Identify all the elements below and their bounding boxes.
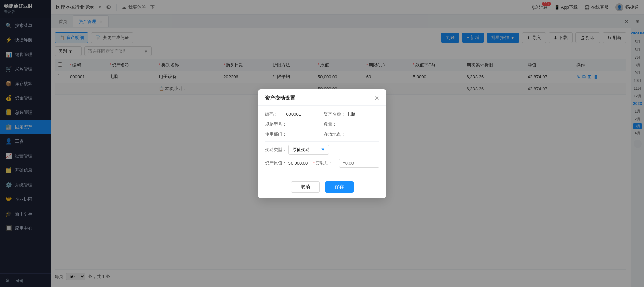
dialog-close-btn[interactable]: ✕	[374, 95, 379, 102]
change-type-select[interactable]: 原值变动 ▼	[288, 145, 329, 155]
dialog-footer: 取消 保存	[258, 177, 386, 198]
required-star: *	[313, 161, 315, 166]
after-change-label: 变动后：	[315, 160, 339, 166]
quantity-label: 数量：	[324, 121, 344, 127]
dept-label: 使用部门：	[265, 131, 287, 137]
dialog-change-type-row: 变动类型： 原值变动 ▼	[265, 145, 379, 155]
dialog-field-dept: 使用部门：	[265, 131, 321, 137]
asset-name-label: 资产名称：	[324, 111, 345, 117]
change-type-value: 原值变动	[292, 147, 310, 153]
asset-change-dialog: 资产变动设置 ✕ 编码： 000001 资产名称： 电脑 规格型号：	[258, 89, 386, 198]
asset-original-value: 50,000.00	[288, 161, 308, 166]
save-btn[interactable]: 保存	[325, 181, 354, 193]
after-change-input[interactable]	[339, 159, 379, 168]
asset-original-label: 资产原值：	[265, 160, 288, 166]
change-type-dropdown-icon: ▼	[321, 147, 325, 152]
change-type-label: 变动类型：	[265, 147, 288, 153]
spec-label: 规格型号：	[265, 121, 287, 127]
dialog-divider	[265, 141, 379, 142]
location-label: 存放地点：	[324, 131, 345, 137]
cancel-btn[interactable]: 取消	[291, 181, 320, 193]
dialog-field-location: 存放地点：	[324, 131, 379, 137]
dialog-body: 编码： 000001 资产名称： 电脑 规格型号： 数量：	[258, 106, 386, 177]
dialog-field-asset-name: 资产名称： 电脑	[324, 111, 379, 117]
dialog-field-code: 编码： 000001	[265, 111, 321, 117]
dialog-row-2: 规格型号： 数量：	[265, 121, 379, 127]
dialog-row-1: 编码： 000001 资产名称： 电脑	[265, 111, 379, 117]
code-value: 000001	[286, 111, 301, 117]
dialog-row-3: 使用部门： 存放地点：	[265, 131, 379, 137]
asset-name-value: 电脑	[347, 111, 356, 117]
dialog-value-row: 资产原值： 50,000.00 * 变动后：	[265, 159, 379, 168]
dialog-field-spec: 规格型号：	[265, 121, 321, 127]
modal-overlay: 资产变动设置 ✕ 编码： 000001 资产名称： 电脑 规格型号：	[0, 0, 644, 287]
dialog-field-quantity: 数量：	[324, 121, 379, 127]
dialog-header: 资产变动设置 ✕	[258, 89, 386, 106]
dialog-title: 资产变动设置	[265, 95, 295, 101]
code-label: 编码：	[265, 111, 285, 117]
